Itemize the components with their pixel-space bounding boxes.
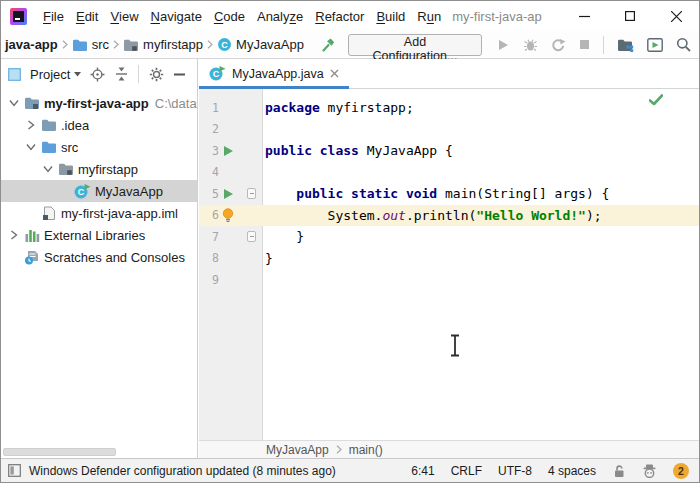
tree-item-myjavaapp[interactable]: CMyJavaApp bbox=[1, 180, 197, 202]
menu-build[interactable]: Build bbox=[370, 1, 411, 31]
fold-marker-open[interactable] bbox=[237, 188, 263, 199]
lock-icon[interactable] bbox=[612, 464, 626, 478]
chevron-right-icon[interactable] bbox=[22, 120, 40, 130]
code-line-9[interactable]: 9 bbox=[199, 269, 699, 291]
hide-icon[interactable] bbox=[174, 73, 185, 76]
run-with-coverage-icon bbox=[551, 38, 566, 52]
menu-bar: FileEditViewNavigateCodeAnalyzeRefactorB… bbox=[37, 1, 447, 31]
nav-crumb-label: java-app bbox=[5, 37, 58, 52]
project-structure-icon[interactable] bbox=[617, 38, 634, 52]
nav-crumb-label: myfirstapp bbox=[143, 37, 203, 52]
tree-item--idea[interactable]: .idea bbox=[1, 114, 197, 136]
code-line-5[interactable]: 5 public static void main(String[] args)… bbox=[199, 183, 699, 205]
project-tool-window: Project my-first-java-appC:\data.ideasrc… bbox=[1, 59, 198, 458]
code-line-2[interactable]: 2 bbox=[199, 119, 699, 141]
tab-myjavaapp[interactable]: C MyJavaApp.java bbox=[199, 59, 349, 88]
nav-crumb-myfirstapp[interactable]: myfirstapp bbox=[121, 37, 205, 52]
code-editor[interactable]: 1package myfirstapp;23public class MyJav… bbox=[199, 89, 699, 440]
project-tree: my-first-java-appC:\data.ideasrcmyfirsta… bbox=[1, 89, 197, 268]
terminal-icon[interactable] bbox=[647, 38, 663, 52]
title-bar: FileEditViewNavigateCodeAnalyzeRefactorB… bbox=[1, 1, 699, 31]
menu-file[interactable]: File bbox=[37, 1, 70, 31]
tree-item-label: MyJavaApp bbox=[95, 184, 163, 199]
menu-run[interactable]: Run bbox=[411, 1, 447, 31]
line-number: 4 bbox=[199, 165, 219, 179]
encoding-widget[interactable]: UTF-8 bbox=[498, 464, 532, 478]
tree-item-external-libraries[interactable]: External Libraries bbox=[1, 224, 197, 246]
code-text: public static void main(String[] args) { bbox=[263, 186, 609, 201]
maximize-button[interactable] bbox=[607, 1, 653, 31]
chevron-right-icon[interactable] bbox=[5, 230, 23, 240]
chevron-down-icon[interactable] bbox=[39, 165, 57, 173]
chevron-down-icon[interactable] bbox=[5, 99, 23, 107]
close-button[interactable] bbox=[653, 1, 699, 31]
tab-label: MyJavaApp.java bbox=[232, 67, 324, 81]
tree-item-my-first-java-app[interactable]: my-first-java-appC:\data bbox=[1, 92, 197, 114]
tree-item-my-first-java-app-iml[interactable]: my-first-java-app.iml bbox=[1, 202, 197, 224]
editor-breadcrumb-1[interactable]: main() bbox=[349, 443, 383, 457]
code-line-4[interactable]: 4 bbox=[199, 162, 699, 184]
settings-icon[interactable] bbox=[149, 67, 164, 82]
code-line-1[interactable]: 1package myfirstapp; bbox=[199, 97, 699, 119]
tree-item-myfirstapp[interactable]: myfirstapp bbox=[1, 158, 197, 180]
fold-marker-close[interactable] bbox=[237, 231, 263, 242]
nav-crumb-myjavaapp[interactable]: CMyJavaApp bbox=[215, 37, 306, 52]
tree-item-scratches-and-consoles[interactable]: Scratches and Consoles bbox=[1, 246, 197, 268]
crumb-separator-icon bbox=[113, 40, 119, 49]
code-line-7[interactable]: 7 } bbox=[199, 226, 699, 248]
run-gutter-icon[interactable] bbox=[219, 188, 237, 200]
tree-item-label: my-first-java-app bbox=[44, 96, 149, 111]
menu-navigate[interactable]: Navigate bbox=[145, 1, 208, 31]
editor-breadcrumb-0[interactable]: MyJavaApp bbox=[266, 443, 329, 457]
tab-close-icon[interactable] bbox=[330, 69, 339, 78]
folder-src-icon bbox=[72, 38, 88, 52]
notifications-badge[interactable]: 2 bbox=[673, 463, 689, 479]
code-line-6[interactable]: 6 System.out.println("Hello World!"); bbox=[199, 205, 699, 227]
nav-crumb-label: MyJavaApp bbox=[236, 37, 304, 52]
status-message: Windows Defender configuration updated (… bbox=[29, 464, 336, 478]
indent-widget[interactable]: 4 spaces bbox=[548, 464, 596, 478]
tree-item-label: External Libraries bbox=[44, 228, 145, 243]
scratches-icon bbox=[23, 250, 40, 265]
build-hammer-icon[interactable] bbox=[320, 37, 336, 53]
line-separator-widget[interactable]: CRLF bbox=[451, 464, 482, 478]
tree-item-label: my-first-java-app.iml bbox=[61, 206, 178, 221]
breadcrumb-separator-icon bbox=[336, 445, 342, 454]
line-number: 2 bbox=[199, 122, 219, 136]
nav-crumb-java-app[interactable]: java-app bbox=[3, 37, 60, 52]
menu-analyze[interactable]: Analyze bbox=[251, 1, 309, 31]
project-view-label: Project bbox=[30, 67, 70, 82]
nav-crumb-src[interactable]: src bbox=[70, 37, 111, 52]
tool-window-toggle-icon[interactable] bbox=[8, 464, 21, 477]
locate-icon[interactable] bbox=[90, 67, 105, 82]
code-line-3[interactable]: 3public class MyJavaApp { bbox=[199, 140, 699, 162]
add-configuration-button[interactable]: Add Configuration... bbox=[348, 34, 482, 56]
menu-code[interactable]: Code bbox=[208, 1, 251, 31]
collapse-all-icon[interactable] bbox=[115, 67, 128, 81]
caret-position-widget[interactable]: 6:41 bbox=[411, 464, 434, 478]
run-gutter-icon[interactable] bbox=[219, 145, 237, 157]
navigation-bar: java-appsrcmyfirstappCMyJavaApp Add Conf… bbox=[1, 31, 699, 59]
project-view-selector[interactable]: Project bbox=[30, 67, 81, 82]
folder-idea-icon bbox=[40, 118, 57, 132]
status-widgets: 6:41 CRLF UTF-8 4 spaces 2 bbox=[411, 463, 689, 479]
inspection-ok-icon[interactable] bbox=[649, 94, 663, 106]
code-line-8[interactable]: 8} bbox=[199, 248, 699, 270]
menu-view[interactable]: View bbox=[104, 1, 144, 31]
crumb-separator-icon bbox=[207, 40, 213, 49]
intention-bulb-icon[interactable] bbox=[219, 208, 237, 223]
code-text: } bbox=[263, 229, 304, 244]
highlighting-level-hector-icon[interactable] bbox=[642, 464, 657, 478]
text-cursor-pointer bbox=[449, 334, 461, 357]
tree-item-path: C:\data bbox=[155, 96, 197, 111]
class-run-icon: C bbox=[74, 184, 91, 199]
menu-edit[interactable]: Edit bbox=[70, 1, 104, 31]
horizontal-scrollbar[interactable] bbox=[3, 448, 116, 456]
minimize-button[interactable] bbox=[561, 1, 607, 31]
menu-refactor[interactable]: Refactor bbox=[309, 1, 370, 31]
chevron-down-icon[interactable] bbox=[22, 143, 40, 151]
run-icon bbox=[496, 38, 510, 52]
window-buttons bbox=[561, 1, 699, 31]
search-everywhere-icon[interactable] bbox=[676, 37, 691, 52]
tree-item-src[interactable]: src bbox=[1, 136, 197, 158]
